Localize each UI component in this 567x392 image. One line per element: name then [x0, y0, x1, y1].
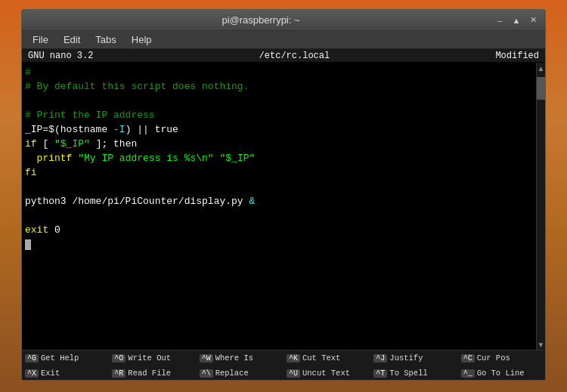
cursor	[25, 239, 31, 250]
nano-version: GNU nano 3.2	[28, 51, 93, 61]
title-bar: pi@raspberrypi: ~ – ▲ ✕	[22, 10, 545, 31]
terminal-title: pi@raspberrypi: ~	[28, 14, 494, 26]
shortcut-label-justify: Justify	[389, 353, 423, 363]
code-line-12: exit 0	[25, 224, 533, 238]
shortcut-key-t: ^T	[373, 369, 387, 378]
close-button[interactable]: ✕	[527, 14, 539, 26]
code-line-2: # By default this script does nothing.	[25, 80, 533, 94]
code-line-4: # Print the IP address	[25, 109, 533, 123]
menu-help[interactable]: Help	[124, 31, 160, 48]
shortcut-uncut-text[interactable]: ^U Uncut Text	[284, 366, 370, 381]
menu-edit[interactable]: Edit	[56, 31, 88, 48]
shortcut-go-to-line[interactable]: ^_ Go To Line	[458, 366, 545, 381]
shortcut-label-go-to-line: Go To Line	[477, 369, 525, 378]
shortcut-cut-text[interactable]: ^K Cut Text	[284, 350, 370, 366]
shortcut-key-w: ^W	[200, 354, 213, 363]
code-line-1: #	[25, 66, 533, 80]
shortcut-key-backslash: ^\	[200, 369, 213, 378]
nano-filename: /etc/rc.local	[259, 51, 330, 61]
menu-bar: File Edit Tabs Help	[22, 31, 545, 49]
code-line-8: fi	[25, 166, 533, 181]
scrollbar-thumb[interactable]	[537, 77, 545, 100]
shortcut-key-underscore: ^_	[461, 369, 475, 378]
code-line-13	[25, 238, 533, 252]
shortcut-label-read-file: Read File	[128, 369, 171, 378]
shortcut-label-exit: Exit	[41, 369, 60, 378]
shortcut-key-r: ^R	[112, 369, 125, 378]
window-controls: – ▲ ✕	[494, 14, 539, 26]
shortcut-label-write-out: Write Out	[128, 353, 171, 363]
maximize-button[interactable]: ▲	[510, 14, 522, 26]
shortcut-where-is[interactable]: ^W Where Is	[197, 350, 284, 366]
shortcut-to-spell[interactable]: ^T To Spell	[370, 366, 457, 381]
shortcut-label-get-help: Get Help	[41, 353, 79, 363]
code-line-5: _IP=$(hostname -I) || true	[25, 123, 533, 137]
shortcut-label-to-spell: To Spell	[389, 369, 427, 378]
nano-status-bar: GNU nano 3.2 /etc/rc.local Modified	[22, 49, 545, 63]
shortcut-get-help[interactable]: ^G Get Help	[22, 350, 109, 366]
code-line-10: python3 /home/pi/PiCounter/display.py &	[25, 195, 533, 209]
shortcut-replace[interactable]: ^\ Replace	[197, 366, 284, 381]
shortcut-read-file[interactable]: ^R Read File	[109, 366, 196, 381]
shortcut-label-where-is: Where Is	[215, 353, 253, 363]
editor-area[interactable]: # # By default this script does nothing.…	[22, 63, 545, 350]
shortcut-cur-pos[interactable]: ^C Cur Pos	[458, 350, 545, 366]
code-line-11	[25, 209, 533, 224]
shortcut-key-u: ^U	[287, 369, 300, 378]
shortcut-justify[interactable]: ^J Justify	[370, 350, 457, 366]
shortcut-label-uncut-text: Uncut Text	[302, 369, 350, 378]
scrollbar[interactable]: ▲ ▼	[536, 63, 545, 350]
shortcut-label-cur-pos: Cur Pos	[477, 353, 510, 363]
shortcut-exit[interactable]: ^X Exit	[22, 366, 109, 381]
terminal-window: pi@raspberrypi: ~ – ▲ ✕ File Edit Tabs H…	[21, 9, 546, 381]
editor-content[interactable]: # # By default this script does nothing.…	[22, 63, 536, 350]
shortcut-key-c: ^C	[461, 354, 475, 363]
shortcuts-bar: ^G Get Help ^O Write Out ^W Where Is ^K …	[22, 350, 545, 380]
scroll-up-arrow[interactable]: ▲	[537, 63, 545, 73]
shortcut-label-cut-text: Cut Text	[302, 353, 340, 363]
shortcut-key-j: ^J	[373, 354, 387, 363]
menu-file[interactable]: File	[25, 31, 56, 48]
minimize-button[interactable]: –	[494, 14, 506, 26]
shortcut-write-out[interactable]: ^O Write Out	[109, 350, 196, 366]
code-line-7: printf "My IP address is %s\n" "$_IP"	[25, 152, 533, 166]
code-line-3	[25, 94, 533, 109]
shortcut-key-o: ^O	[112, 354, 125, 363]
code-line-9	[25, 181, 533, 195]
shortcut-key-x: ^X	[25, 369, 39, 378]
nano-modified: Modified	[495, 51, 539, 61]
shortcut-key-g: ^G	[25, 354, 39, 363]
code-line-6: if [ "$_IP" ]; then	[25, 137, 533, 152]
scroll-down-arrow[interactable]: ▼	[537, 339, 545, 350]
menu-tabs[interactable]: Tabs	[88, 31, 123, 48]
shortcut-label-replace: Replace	[215, 369, 249, 378]
shortcut-key-k: ^K	[287, 354, 300, 363]
scrollbar-track[interactable]	[537, 73, 545, 339]
